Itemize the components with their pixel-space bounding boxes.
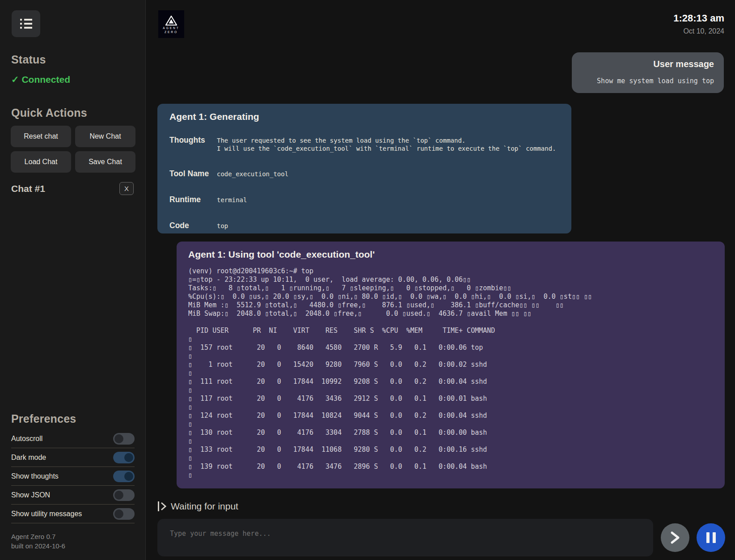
- quick-actions: Reset chat New Chat Load Chat Save Chat: [11, 126, 136, 173]
- agent-generating-card: Agent 1: Generating Thoughts The user re…: [157, 104, 571, 233]
- show-thoughts-toggle[interactable]: [113, 471, 135, 482]
- new-chat-button[interactable]: New Chat: [75, 126, 135, 147]
- tool-output-title: Agent 1: Using tool 'code_execution_tool…: [188, 249, 713, 260]
- clock-date: Oct 10, 2024: [673, 27, 724, 35]
- app-version-line2: built on 2024-10-6: [11, 541, 65, 551]
- clock-time: 1:28:13 am: [673, 13, 724, 24]
- pref-label: Autoscroll: [11, 435, 42, 443]
- runtime-row: Runtime terminal: [169, 195, 559, 204]
- status-heading: Status: [11, 53, 46, 66]
- show-utility-messages-toggle[interactable]: [113, 508, 135, 520]
- tool-name-label: Tool Name: [169, 169, 217, 178]
- terminal-output: (venv) root@d200419603c6:~# top ▯=▯top -…: [188, 267, 713, 479]
- pause-button[interactable]: [697, 523, 725, 552]
- pref-label: Show thoughts: [11, 472, 59, 480]
- pref-label: Show JSON: [11, 491, 50, 499]
- chat-tab-row: Chat #1 X: [11, 182, 134, 195]
- input-bar: Waiting for input: [146, 495, 735, 560]
- chat-tab-title: Chat #1: [11, 183, 45, 194]
- message-input[interactable]: [157, 519, 653, 556]
- preferences-heading: Preferences: [11, 412, 76, 425]
- agent-status: Waiting for input: [158, 501, 238, 512]
- pref-row-show-utility: Show utility messages: [11, 505, 135, 523]
- chat-history: AGENT ZERO 1:28:13 am Oct 10, 2024 User …: [146, 0, 735, 495]
- send-chevron-icon: [670, 531, 680, 544]
- tool-name-value: code_execution_tool: [217, 169, 559, 178]
- agent-status-text: Waiting for input: [171, 501, 238, 512]
- prompt-cursor-icon: [158, 501, 166, 511]
- pref-row-show-json: Show JSON: [11, 486, 135, 505]
- list-menu-icon: [20, 19, 32, 29]
- logo-triangle-icon: [165, 16, 177, 25]
- logo-text-line2: ZERO: [165, 30, 178, 34]
- runtime-label: Runtime: [169, 195, 217, 204]
- sidebar: Status ✓ Connected Quick Actions Reset c…: [0, 0, 146, 560]
- reset-chat-button[interactable]: Reset chat: [11, 126, 71, 147]
- pref-row-autoscroll: Autoscroll: [11, 429, 135, 448]
- code-label: Code: [169, 221, 217, 230]
- tool-name-row: Tool Name code_execution_tool: [169, 169, 559, 178]
- show-json-toggle[interactable]: [113, 489, 135, 501]
- app-version: Agent Zero 0.7 built on 2024-10-6: [11, 532, 65, 551]
- menu-button[interactable]: [12, 10, 40, 37]
- send-button[interactable]: [661, 523, 689, 552]
- check-icon: ✓: [11, 74, 19, 85]
- runtime-value: terminal: [217, 195, 559, 204]
- logo-text-line1: AGENT: [163, 26, 179, 30]
- autoscroll-toggle[interactable]: [113, 433, 135, 445]
- pref-row-dark-mode: Dark mode: [11, 448, 135, 467]
- tool-output-card: Agent 1: Using tool 'code_execution_tool…: [177, 242, 725, 488]
- pref-row-show-thoughts: Show thoughts: [11, 467, 135, 486]
- close-chat-button[interactable]: X: [119, 182, 134, 195]
- load-chat-button[interactable]: Load Chat: [11, 151, 71, 173]
- pause-icon: [706, 532, 716, 543]
- thoughts-row: Thoughts The user requested to see the s…: [169, 136, 559, 153]
- quick-actions-heading: Quick Actions: [11, 106, 87, 119]
- preferences-list: Autoscroll Dark mode Show thoughts Show …: [11, 429, 135, 523]
- connection-status: ✓ Connected: [11, 74, 70, 85]
- thoughts-value: The user requested to see the system loa…: [217, 136, 559, 153]
- app-version-line1: Agent Zero 0.7: [11, 532, 65, 541]
- user-message-title: User message: [582, 59, 714, 69]
- connection-status-label: Connected: [21, 74, 70, 85]
- agent-zero-logo: AGENT ZERO: [158, 10, 184, 38]
- user-message-bubble: User message Show me system load using t…: [572, 52, 724, 93]
- thoughts-label: Thoughts: [169, 136, 217, 153]
- message-input-row: [157, 519, 725, 556]
- user-message-text: Show me system load using top: [582, 77, 714, 85]
- pref-label: Dark mode: [11, 454, 46, 462]
- pref-label: Show utility messages: [11, 510, 82, 518]
- code-value: top: [217, 221, 559, 230]
- dark-mode-toggle[interactable]: [113, 452, 135, 463]
- agent-generating-title: Agent 1: Generating: [169, 111, 559, 122]
- save-chat-button[interactable]: Save Chat: [75, 151, 135, 173]
- code-row: Code top: [169, 221, 559, 230]
- clock: 1:28:13 am Oct 10, 2024: [673, 13, 724, 35]
